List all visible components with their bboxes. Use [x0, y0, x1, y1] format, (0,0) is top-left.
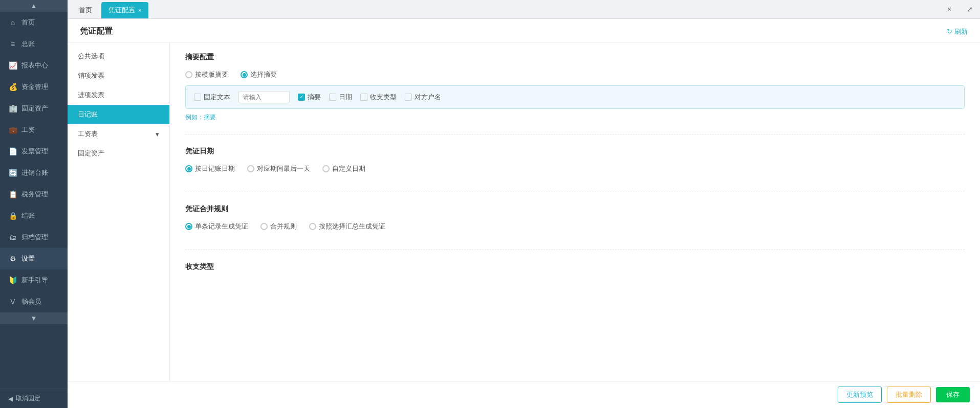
closing-icon: 🔒	[8, 212, 17, 220]
sidebar-item-guide[interactable]: 🔰 新手引导	[0, 269, 68, 291]
sidebar: ▲ ⌂ 首页 ≡ 总账 📈 报表中心 💰 资金管理 🏢 固定资产 💼 工资 📄 …	[0, 0, 68, 408]
voucher-merge-title: 凭证合并规则	[185, 205, 965, 214]
abstract-title: 摘要配置	[185, 53, 965, 62]
refresh-button[interactable]: ↻ 刷新	[947, 27, 968, 36]
fixed-text-input[interactable]	[238, 91, 290, 103]
nav-sales-invoice[interactable]: 销项发票	[68, 66, 169, 85]
checkbox-box-abstract	[298, 94, 305, 101]
income-expense-section: 收支类型	[185, 262, 965, 292]
tab-bar: 首页 凭证配置 × × ⤢	[68, 0, 980, 19]
radio-circle-last-day	[247, 165, 254, 172]
radio-single-record[interactable]: 单条记录生成凭证	[185, 222, 248, 231]
radio-by-journal-date[interactable]: 按日记账日期	[185, 164, 235, 173]
body-layout: 公共选项 销项发票 进项发票 日记账 工资表 ▾ 固定资产	[68, 42, 980, 381]
radio-custom-date[interactable]: 自定义日期	[322, 164, 365, 173]
voucher-date-title: 凭证日期	[185, 147, 965, 156]
abstract-checkbox-row: 固定文本 摘要 日期 收支类型	[185, 85, 965, 109]
checkbox-counterparty[interactable]: 对方户名	[405, 93, 441, 102]
income-expense-title: 收支类型	[185, 262, 965, 271]
nav-purchase-invoice[interactable]: 进项发票	[68, 85, 169, 105]
sidebar-item-salary[interactable]: 💼 工资	[0, 119, 68, 141]
checkbox-fixed-text[interactable]: 固定文本	[194, 93, 230, 102]
batch-delete-button[interactable]: 批量删除	[887, 387, 931, 403]
save-button[interactable]: 保存	[936, 387, 970, 402]
sidebar-item-fixed-assets[interactable]: 🏢 固定资产	[0, 98, 68, 119]
close-window-button[interactable]: ×	[939, 0, 960, 18]
sidebar-item-vip[interactable]: V 畅会员	[0, 291, 68, 312]
nav-salary-table[interactable]: 工资表 ▾	[68, 124, 169, 144]
voucher-date-radio-group: 按日记账日期 对应期间最后一天 自定义日期	[185, 164, 965, 173]
ledger-icon: ≡	[8, 40, 17, 48]
nav-fixed-assets[interactable]: 固定资产	[68, 144, 169, 163]
sidebar-item-archive[interactable]: 🗂 归档管理	[0, 226, 68, 248]
content-area: 凭证配置 ↻ 刷新 公共选项 销项发票 进项发票 日记账	[68, 19, 980, 408]
voucher-merge-section: 凭证合并规则 单条记录生成凭证 合并规则 按照选择汇总生成凭证	[185, 205, 965, 250]
radio-circle-merge	[260, 223, 268, 230]
nav-journal[interactable]: 日记账	[68, 105, 169, 124]
sidebar-item-closing[interactable]: 🔒 结账	[0, 205, 68, 226]
guide-icon: 🔰	[8, 276, 17, 284]
sidebar-scroll-down[interactable]: ▼	[0, 312, 68, 324]
sidebar-item-settings[interactable]: ⚙ 设置	[0, 248, 68, 269]
radio-circle-journal-date	[185, 165, 192, 172]
voucher-date-section: 凭证日期 按日记账日期 对应期间最后一天 自定义日期	[185, 147, 965, 192]
bottom-bar: 更新预览 批量删除 保存	[68, 381, 980, 408]
fixed-assets-icon: 🏢	[8, 104, 17, 112]
page-title: 凭证配置	[80, 26, 113, 37]
voucher-merge-radio-group: 单条记录生成凭证 合并规则 按照选择汇总生成凭证	[185, 222, 965, 231]
archive-icon: 🗂	[8, 233, 17, 241]
tab-close-icon[interactable]: ×	[138, 7, 141, 13]
vip-icon: V	[8, 298, 17, 306]
abstract-section: 摘要配置 按模版摘要 选择摘要	[185, 53, 965, 134]
nav-public-options[interactable]: 公共选项	[68, 47, 169, 66]
sidebar-item-funds[interactable]: 💰 资金管理	[0, 76, 68, 98]
tab-home[interactable]: 首页	[72, 2, 99, 18]
invoice-icon: 📄	[8, 147, 17, 155]
sidebar-item-purchase-sales[interactable]: 🔄 进销台账	[0, 162, 68, 184]
checkbox-box-date	[329, 94, 336, 101]
right-content: 摘要配置 按模版摘要 选择摘要	[170, 42, 980, 381]
settings-icon: ⚙	[8, 255, 17, 263]
reports-icon: 📈	[8, 61, 17, 70]
update-preview-button[interactable]: 更新预览	[838, 387, 882, 403]
checkbox-abstract[interactable]: 摘要	[298, 93, 321, 102]
radio-select-abstract[interactable]: 选择摘要	[241, 70, 277, 79]
purchase-sales-icon: 🔄	[8, 169, 17, 177]
sidebar-item-ledger[interactable]: ≡ 总账	[0, 33, 68, 55]
radio-circle-single	[185, 223, 192, 230]
sidebar-scroll-up[interactable]: ▲	[0, 0, 68, 12]
window-controls: × ⤢	[939, 0, 980, 18]
home-icon: ⌂	[8, 18, 17, 27]
tax-icon: 📋	[8, 190, 17, 198]
checkbox-date[interactable]: 日期	[329, 93, 352, 102]
left-nav: 公共选项 销项发票 进项发票 日记账 工资表 ▾ 固定资产	[68, 42, 170, 381]
unpin-button[interactable]: ◀ 取消固定	[0, 389, 68, 408]
tab-voucher-config[interactable]: 凭证配置 ×	[101, 2, 148, 18]
radio-circle-aggregate	[309, 223, 316, 230]
radio-circle-select	[241, 71, 248, 78]
page-header: 凭证配置 ↻ 刷新	[68, 19, 980, 42]
checkbox-income-expense-type[interactable]: 收支类型	[360, 93, 397, 102]
radio-select-aggregate[interactable]: 按照选择汇总生成凭证	[309, 222, 385, 231]
checkbox-box-counterparty	[405, 94, 412, 101]
checkbox-box-fixed-text	[194, 94, 201, 101]
sidebar-item-home[interactable]: ⌂ 首页	[0, 12, 68, 33]
radio-template-abstract[interactable]: 按模版摘要	[185, 70, 228, 79]
radio-merge-rule[interactable]: 合并规则	[260, 222, 297, 231]
checkbox-box-income-expense	[360, 94, 367, 101]
sidebar-item-tax[interactable]: 📋 税务管理	[0, 184, 68, 205]
radio-last-day-of-period[interactable]: 对应期间最后一天	[247, 164, 310, 173]
main-area: 首页 凭证配置 × × ⤢ 凭证配置 ↻ 刷新 公共选项	[68, 0, 980, 408]
radio-circle-custom	[322, 165, 330, 172]
salary-icon: 💼	[8, 126, 17, 134]
sidebar-item-invoice-mgmt[interactable]: 📄 发票管理	[0, 141, 68, 162]
refresh-icon: ↻	[947, 28, 952, 35]
maximize-window-button[interactable]: ⤢	[960, 0, 980, 18]
tabs-container: 首页 凭证配置 ×	[68, 0, 153, 18]
sidebar-item-reports[interactable]: 📈 报表中心	[0, 55, 68, 76]
example-text: 例如：摘要	[185, 113, 965, 122]
funds-icon: 💰	[8, 83, 17, 91]
arrow-icon: ▾	[156, 130, 159, 138]
pin-icon: ◀	[8, 395, 13, 402]
abstract-radio-group: 按模版摘要 选择摘要	[185, 70, 965, 79]
